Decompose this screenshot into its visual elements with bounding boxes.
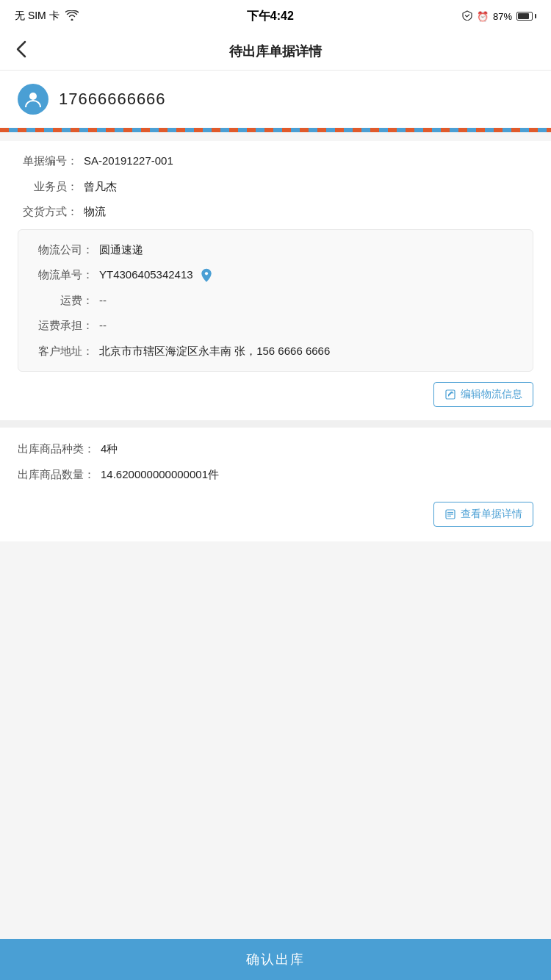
salesman-label: 业务员： — [18, 179, 84, 195]
status-right: ⏰ 87% — [462, 10, 536, 23]
edit-logistics-button[interactable]: 编辑物流信息 — [433, 382, 533, 407]
address-label: 客户地址： — [33, 343, 99, 360]
product-quantity-label: 出库商品数量： — [18, 466, 101, 483]
battery-text: 87% — [493, 11, 512, 22]
customer-phone: 17666666666 — [59, 90, 166, 109]
logistics-tracking-value: YT43064053424​13 — [99, 267, 518, 284]
logistics-company-label: 物流公司： — [33, 242, 99, 259]
status-time: 下午4:42 — [247, 9, 294, 24]
dashed-divider — [0, 128, 551, 132]
confirm-bar: 确认出库 — [0, 939, 551, 980]
edit-logistics-label: 编辑物流信息 — [461, 388, 522, 401]
back-button[interactable] — [15, 33, 37, 70]
address-value: 北京市市辖区海淀区永丰南 张，156 6666 6666 — [99, 343, 518, 360]
delivery-value: 物流 — [84, 203, 533, 220]
delivery-label: 交货方式： — [18, 203, 84, 220]
location-status-icon — [462, 10, 472, 23]
freight-value: -- — [99, 292, 518, 309]
section-divider — [0, 420, 551, 428]
logistics-company-value: 圆通速递 — [99, 242, 518, 259]
view-details-label: 查看单据详情 — [461, 508, 522, 521]
order-no-label: 单据编号： — [18, 153, 84, 170]
svg-point-0 — [29, 93, 37, 100]
freight-bearer-label: 运费承担： — [33, 317, 99, 334]
delivery-row: 交货方式： 物流 — [18, 203, 533, 220]
confirm-button[interactable]: 确认出库 — [0, 951, 551, 968]
tracking-number-text: YT43064053424​13 — [99, 267, 193, 284]
salesman-row: 业务员： 曾凡杰 — [18, 179, 533, 195]
freight-label: 运费： — [33, 292, 99, 309]
freight-bearer-row: 运费承担： -- — [33, 317, 518, 334]
logistics-card: 物流公司： 圆通速递 物流单号： YT43064053424​13 运费： -- — [18, 229, 533, 372]
customer-header: 17666666666 — [0, 71, 551, 128]
freight-bearer-value: -- — [99, 317, 518, 334]
status-bar: 无 SIM 卡 下午4:42 ⏰ 87% — [0, 0, 551, 32]
logistics-tracking-row: 物流单号： YT43064053424​13 — [33, 267, 518, 284]
nav-bar: 待出库单据详情 — [0, 32, 551, 71]
salesman-value: 曾凡杰 — [84, 179, 533, 195]
tracking-location-icon[interactable] — [199, 267, 214, 282]
product-quantity-row: 出库商品数量： 14.620000000000001件 — [18, 466, 533, 483]
battery-icon — [516, 12, 536, 21]
wifi-icon — [65, 10, 79, 23]
order-info-section: 单据编号： SA-20191227-001 业务员： 曾凡杰 交货方式： 物流 … — [0, 141, 551, 420]
view-details-button[interactable]: 查看单据详情 — [433, 502, 533, 527]
order-no-value: SA-20191227-001 — [84, 153, 533, 170]
view-details-area: 查看单据详情 — [18, 491, 533, 528]
products-section: 出库商品种类： 4种 出库商品数量： 14.620000000000001件 查… — [0, 428, 551, 541]
status-left: 无 SIM 卡 — [15, 10, 79, 23]
freight-row: 运费： -- — [33, 292, 518, 309]
product-types-value: 4种 — [101, 441, 533, 458]
address-row: 客户地址： 北京市市辖区海淀区永丰南 张，156 6666 6666 — [33, 343, 518, 360]
logistics-company-row: 物流公司： 圆通速递 — [33, 242, 518, 259]
product-types-row: 出库商品种类： 4种 — [18, 441, 533, 458]
carrier-text: 无 SIM 卡 — [15, 10, 60, 23]
svg-point-2 — [205, 273, 208, 275]
order-no-row: 单据编号： SA-20191227-001 — [18, 153, 533, 170]
alarm-icon: ⏰ — [477, 11, 489, 22]
edit-logistics-area: 编辑物流信息 — [18, 372, 533, 408]
page-title: 待出库单据详情 — [229, 43, 322, 60]
avatar — [18, 84, 48, 115]
product-types-label: 出库商品种类： — [18, 441, 101, 458]
logistics-tracking-label: 物流单号： — [33, 267, 99, 284]
empty-area — [0, 541, 551, 703]
product-quantity-value: 14.620000000000001件 — [101, 466, 533, 483]
